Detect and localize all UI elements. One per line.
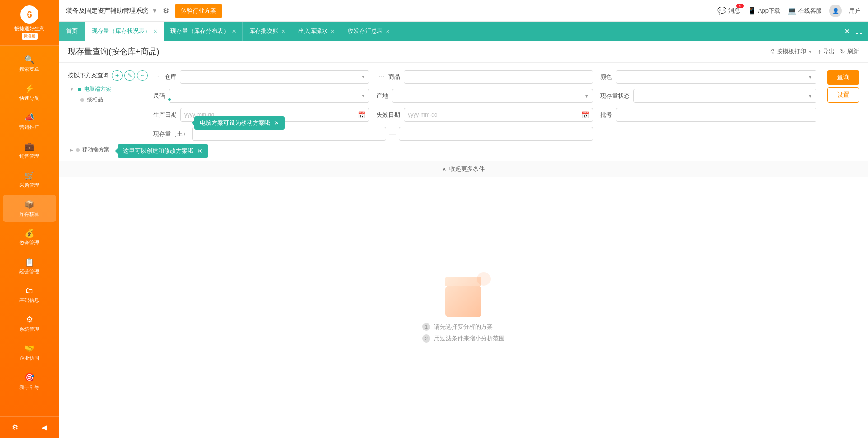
tab-inventory-status[interactable]: 现存量（库存状况表） ✕ xyxy=(85,22,164,41)
export-action[interactable]: ↑ 导出 xyxy=(818,47,835,56)
scheme-sub-dot xyxy=(80,98,84,102)
message-action[interactable]: 💬 消息 9 xyxy=(717,6,740,15)
sidebar-item-label: 销售管理 xyxy=(19,153,39,160)
sidebar-item-label: 新手引导 xyxy=(19,384,39,391)
sidebar-item-guide[interactable]: 🎯 新手引导 xyxy=(3,368,56,395)
sidebar-item-marketing[interactable]: 📣 营销推广 xyxy=(3,108,56,135)
industry-btn[interactable]: 体验行业方案 xyxy=(175,4,222,18)
sidebar-item-sales[interactable]: 💼 销售管理 xyxy=(3,137,56,164)
empty-steps: 1 请先选择要分析的方案 2 用过滤条件来缩小分析范围 xyxy=(422,323,505,343)
sidebar-item-search[interactable]: 🔍 搜索菜单 xyxy=(3,50,56,77)
sidebar-item-finance[interactable]: 💰 资金管理 xyxy=(3,224,56,251)
stock-status-label: 现存量状态 xyxy=(600,92,630,100)
filter-expiry-date: 失效日期 yyyy-mm-dd 📅 xyxy=(377,108,593,122)
page-actions: 🖨 按模板打印 ▼ ↑ 导出 ↻ 刷新 xyxy=(769,47,859,56)
filter-color: 颜色 ▼ xyxy=(600,70,816,84)
service-icon: 💻 xyxy=(788,6,797,15)
print-dropdown-icon: ▼ xyxy=(808,49,812,54)
sidebar-item-basic[interactable]: 🗂 基础信息 xyxy=(3,282,56,308)
edit-scheme-btn[interactable]: ✎ xyxy=(124,70,135,81)
collapse-sidebar-icon[interactable]: ◀ xyxy=(38,421,51,433)
warehouse-select[interactable]: ▼ xyxy=(180,70,369,84)
page-header: 现存量查询(按仓库+商品) 🖨 按模板打印 ▼ ↑ 导出 ↻ 刷新 xyxy=(59,41,868,63)
tab-batch-ledger[interactable]: 库存批次账 ✕ xyxy=(242,22,292,41)
add-scheme-btn[interactable]: + xyxy=(112,70,123,81)
app-download-action[interactable]: 📱 App下载 xyxy=(747,6,780,15)
sidebar-nav: 🔍 搜索菜单 ⚡ 快速导航 📣 营销推广 💼 销售管理 🛒 采购管理 📦 库存核… xyxy=(0,46,59,416)
empty-state: 1 请先选择要分析的方案 2 用过滤条件来缩小分析范围 xyxy=(59,177,868,438)
system-dropdown-icon[interactable]: ▼ xyxy=(152,8,157,14)
filter-batch-no: 批号 xyxy=(600,108,816,122)
desktop-scheme-label[interactable]: 电脑端方案 xyxy=(84,85,111,93)
basic-info-icon: 🗂 xyxy=(25,286,33,296)
sidebar-item-enterprise[interactable]: 🤝 企业协同 xyxy=(3,339,56,366)
topbar: 装备及固定资产辅助管理系统 ▼ ⚙ 体验行业方案 💬 消息 9 📱 App下载 … xyxy=(59,0,868,22)
stock-status-select[interactable]: ▼ xyxy=(633,89,816,103)
tooltip1-close-icon[interactable]: ✕ xyxy=(274,119,279,127)
online-service-action[interactable]: 💻 在线客服 xyxy=(788,6,822,15)
empty-box-body xyxy=(445,286,481,317)
stock-qty-to[interactable] xyxy=(399,127,593,141)
tab-fullscreen-icon[interactable]: ⛶ xyxy=(854,26,864,36)
scheme-arrow-btn[interactable]: ← xyxy=(137,70,148,81)
tab-close-icon[interactable]: ✕ xyxy=(386,28,390,34)
tooltip-create-scheme: 这里可以创建和修改方案哦 ✕ xyxy=(118,144,208,158)
tab-close-icon[interactable]: ✕ xyxy=(232,28,236,34)
expiry-date-input[interactable]: yyyy-mm-dd 📅 xyxy=(404,108,593,122)
set-button[interactable]: 设置 xyxy=(827,87,859,103)
search-menu-icon: 🔍 xyxy=(24,55,34,65)
goods-select[interactable] xyxy=(404,70,593,84)
print-icon: 🖨 xyxy=(769,48,775,55)
finance-icon: 💰 xyxy=(24,228,34,238)
tab-close-icon[interactable]: ✕ xyxy=(153,28,157,34)
tab-collapse-icon[interactable]: ✕ xyxy=(842,26,852,37)
guide-icon: 🎯 xyxy=(24,372,34,382)
expiry-date-placeholder: yyyy-mm-dd xyxy=(408,112,437,118)
message-icon: 💬 xyxy=(717,6,726,15)
tab-in-out-flow[interactable]: 出入库流水 ✕ xyxy=(292,22,341,41)
inventory-icon: 📦 xyxy=(24,199,34,209)
tab-close-icon[interactable]: ✕ xyxy=(330,28,335,34)
topbar-gear-icon[interactable]: ⚙ xyxy=(161,5,171,17)
sidebar-item-inventory[interactable]: 📦 库存核算 xyxy=(3,195,56,222)
color-dropdown-icon: ▼ xyxy=(808,75,812,80)
expand-arrow[interactable]: ▼ xyxy=(70,87,74,92)
print-action[interactable]: 🖨 按模板打印 ▼ xyxy=(769,47,812,56)
filter-goods: ··· 商品 xyxy=(377,70,593,84)
sidebar-bottom: ⚙ ◀ xyxy=(0,416,59,438)
range-dash: — xyxy=(389,130,396,138)
tab-close-icon[interactable]: ✕ xyxy=(281,28,285,34)
settings-bottom-icon[interactable]: ⚙ xyxy=(8,421,22,433)
collapse-row[interactable]: ∧ 收起更多条件 xyxy=(59,161,868,177)
mobile-expand-arrow[interactable]: ▶ xyxy=(70,147,73,152)
tab-home[interactable]: 首页 xyxy=(59,22,85,41)
query-button[interactable]: 查询 xyxy=(827,70,859,85)
tab-label: 出入库流水 xyxy=(298,27,328,35)
batch-no-input[interactable] xyxy=(616,108,816,122)
mobile-scheme-label[interactable]: 移动端方案 xyxy=(82,146,109,154)
sidebar-item-label: 快速导航 xyxy=(19,95,39,102)
empty-illustration xyxy=(436,272,491,317)
color-select[interactable]: ▼ xyxy=(616,70,816,84)
tab-label: 收发存汇总表 xyxy=(348,27,383,35)
tab-inventory-distribution[interactable]: 现存量（库存分布表） ✕ xyxy=(164,22,242,41)
export-icon: ↑ xyxy=(818,48,821,55)
sidebar-item-operation[interactable]: 📋 经营管理 xyxy=(3,253,56,280)
sidebar-item-quick[interactable]: ⚡ 快速导航 xyxy=(3,79,56,106)
origin-select[interactable]: ▼ xyxy=(392,89,593,103)
filter-warehouse: ··· 仓库 ▼ xyxy=(153,70,369,84)
marketing-icon: 📣 xyxy=(24,113,34,122)
sidebar-item-purchase[interactable]: 🛒 采购管理 xyxy=(3,166,56,193)
production-date-calendar-icon: 📅 xyxy=(358,111,365,118)
app-icon: 📱 xyxy=(747,6,756,15)
sidebar-item-label: 资金管理 xyxy=(19,240,39,246)
size-select[interactable]: ▼ xyxy=(169,89,369,103)
content-area: 现存量查询(按仓库+商品) 🖨 按模板打印 ▼ ↑ 导出 ↻ 刷新 xyxy=(59,41,868,438)
main-area: 装备及固定资产辅助管理系统 ▼ ⚙ 体验行业方案 💬 消息 9 📱 App下载 … xyxy=(59,0,868,438)
empty-step-1: 1 请先选择要分析的方案 xyxy=(422,323,505,331)
refresh-action[interactable]: ↻ 刷新 xyxy=(840,47,859,56)
step-1-text: 请先选择要分析的方案 xyxy=(434,323,493,331)
tab-summary[interactable]: 收发存汇总表 ✕ xyxy=(341,22,396,41)
tooltip2-close-icon[interactable]: ✕ xyxy=(197,147,203,155)
sidebar-item-system[interactable]: ⚙ 系统管理 xyxy=(3,310,56,337)
